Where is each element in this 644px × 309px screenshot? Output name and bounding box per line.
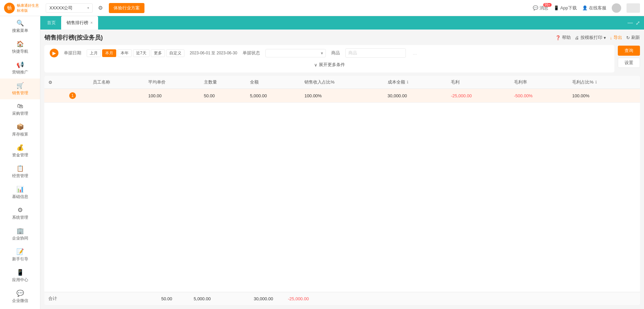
settings-icon[interactable]: ⚙ — [95, 3, 105, 13]
sidebar-item-search-order[interactable]: 🔍 搜索菜单 — [0, 16, 40, 37]
filter-bar: ▶ 单据日期 上月 本月 本年 近7天 更多 自定义 2023-06-01 至 … — [44, 45, 614, 72]
goods-filter-label: 商品 — [331, 50, 340, 56]
tab-bar: 首页 销售排行榜 × — ⤢ — [40, 16, 644, 30]
date-btn-group: 上月 本月 本年 近7天 更多 自定义 — [87, 49, 184, 57]
footer-main-qty: 50.00 — [161, 296, 172, 301]
tab-minimize-icon[interactable]: — — [628, 20, 633, 26]
sidebar-item-enterprise[interactable]: 🏢 企业协同 — [0, 224, 40, 245]
table-empty-space — [44, 103, 640, 292]
sidebar-item-beginner[interactable]: 📝 新手引导 — [0, 245, 40, 265]
user-name-area — [627, 3, 640, 13]
tab-bar-actions: — ⤢ — [628, 20, 643, 26]
row-rank: 1 — [56, 89, 89, 103]
query-btn[interactable]: 查询 — [618, 46, 640, 56]
sidebar-item-label-purchase: 采购管理 — [12, 111, 28, 116]
sidebar-item-label-app-center: 应用中心 — [12, 277, 28, 283]
avatar[interactable] — [612, 3, 621, 13]
sidebar-item-label-system: 系统管理 — [12, 215, 28, 220]
help-btn[interactable]: ❓ 帮助 — [555, 35, 571, 41]
col-amount: 全额 — [246, 76, 300, 89]
date-btn-this-year[interactable]: 本年 — [118, 49, 132, 57]
sidebar-item-label-search: 搜索菜单 — [12, 28, 28, 34]
app-download-label: App下载 — [560, 5, 577, 11]
beginner-icon: 📝 — [16, 248, 24, 255]
sidebar-item-inventory[interactable]: 📦 库存核算 — [0, 120, 40, 141]
refresh-icon: ↻ — [626, 35, 630, 40]
online-support-label: 在线客服 — [589, 5, 606, 11]
app-download-btn[interactable]: 📱 App下载 — [554, 5, 577, 11]
support-icon: 👤 — [582, 5, 588, 10]
trial-btn[interactable]: 体验行业方案 — [109, 3, 144, 13]
sidebar-item-sales[interactable]: 🛒 销售管理 — [0, 79, 40, 99]
status-filter-label: 单据状态 — [243, 50, 260, 56]
top-header: 畅 畅康通好生意 标准版 XXXXX公司 ▾ ⚙ 体验行业方案 💬 消息 99+… — [0, 0, 644, 16]
date-btn-more[interactable]: 更多 — [151, 49, 165, 57]
sidebar-item-label-beginner: 新手引导 — [12, 256, 28, 262]
inventory-icon: 📦 — [16, 123, 24, 131]
footer-gross-profit: -25,000.00 — [288, 296, 309, 301]
status-select[interactable] — [265, 49, 326, 57]
date-btn-7days[interactable]: 近7天 — [133, 49, 149, 57]
finance-icon: 💰 — [16, 144, 24, 151]
row-settings — [44, 89, 56, 103]
filter-expand-arrow[interactable]: ▶ — [50, 49, 58, 57]
date-btn-this-month[interactable]: 本月 — [102, 49, 116, 57]
settings-btn[interactable]: 设置 — [618, 58, 640, 68]
goods-input-wrapper: 商品 — [345, 48, 406, 58]
logo-area: 畅 畅康通好生意 标准版 — [4, 3, 44, 13]
col-sales-pct: 销售收入占比% — [300, 76, 383, 89]
sidebar-item-finance[interactable]: 💰 资金管理 — [0, 141, 40, 161]
page-actions: ❓ 帮助 🖨 按模板打印 ▾ ↓ 导出 ↻ 刷新 — [555, 35, 640, 41]
home-icon: 🏠 — [16, 40, 24, 48]
header-right: 💬 消息 99+ 📱 App下载 👤 在线客服 — [533, 3, 640, 13]
table-header-row: ⚙ 员工名称 平均单价 主数量 全额 销售收入占比% 成本全额 ℹ 毛利 毛利率 — [44, 76, 640, 89]
table-footer: 合计 50.00 5,000.00 30,000.00 -25,000.00 — [44, 292, 640, 305]
sidebar-item-member[interactable]: V 畅会员 — [0, 307, 40, 309]
tab-sales-ranking[interactable]: 销售排行榜 × — [61, 16, 98, 30]
date-btn-last-month[interactable]: 上月 — [87, 49, 101, 57]
footer-amount: 5,000.00 — [194, 296, 211, 301]
table-row: 1 100.00 50.00 5,000.00 100.00% 30,000.0… — [44, 89, 640, 103]
online-support-btn[interactable]: 👤 在线客服 — [582, 5, 606, 11]
tab-home[interactable]: 首页 — [42, 16, 61, 30]
sidebar-item-purchase[interactable]: 🛍 采购管理 — [0, 99, 40, 120]
row-gross-profit: -25,000.00 — [447, 89, 510, 103]
tab-close-icon[interactable]: × — [90, 20, 93, 25]
tab-expand-icon[interactable]: ⤢ — [636, 20, 640, 26]
sidebar-item-label-quick-nav: 快捷导航 — [12, 49, 28, 54]
filter-query-wrapper: ▶ 单据日期 上月 本月 本年 近7天 更多 自定义 2023-06-01 至 … — [44, 45, 640, 72]
sidebar-item-basic-info[interactable]: 📊 基础信息 — [0, 182, 40, 203]
col-employee: 员工名称 — [89, 76, 144, 89]
logo-icon: 畅 — [4, 3, 15, 13]
template-print-btn[interactable]: 🖨 按模板打印 ▾ — [575, 35, 606, 41]
cost-info-icon[interactable]: ℹ — [407, 80, 409, 85]
filter-row-1: ▶ 单据日期 上月 本月 本年 近7天 更多 自定义 2023-06-01 至 … — [50, 48, 609, 58]
date-btn-custom[interactable]: 自定义 — [166, 49, 184, 57]
print-chevron-icon: ▾ — [604, 35, 606, 40]
more-filters-icon[interactable]: … — [413, 51, 417, 56]
status-select-wrapper — [265, 49, 326, 57]
main-layout: 🔍 搜索菜单 🏠 快捷导航 📢 营销推广 🛒 销售管理 🛍 采购管理 📦 库存核… — [0, 16, 644, 309]
refresh-btn[interactable]: ↻ 刷新 — [626, 35, 640, 41]
basic-info-icon: 📊 — [16, 186, 24, 193]
expand-conditions-btn[interactable]: ∨ 展开更多条件 — [314, 62, 345, 68]
system-icon: ⚙ — [17, 206, 23, 214]
date-filter-label: 单据日期 — [64, 50, 81, 56]
col-settings[interactable]: ⚙ — [44, 76, 56, 89]
sidebar-item-operations[interactable]: 📋 经营管理 — [0, 161, 40, 182]
expand-more-row: ∨ 展开更多条件 — [50, 60, 609, 69]
operations-icon: 📋 — [16, 165, 24, 172]
col-main-qty: 主数量 — [200, 76, 246, 89]
download-icon: 📱 — [554, 5, 559, 10]
gross-pct-info-icon[interactable]: ℹ — [595, 80, 597, 85]
sidebar-item-label-basic-info: 基础信息 — [12, 194, 28, 200]
company-selector[interactable]: XXXXX公司 ▾ — [46, 3, 93, 13]
sidebar-item-app-center[interactable]: 📱 应用中心 — [0, 265, 40, 286]
sidebar-item-system[interactable]: ⚙ 系统管理 — [0, 203, 40, 224]
sidebar-item-marketing[interactable]: 📢 营销推广 — [0, 58, 40, 79]
col-rank — [56, 76, 89, 89]
sidebar-item-quick-nav[interactable]: 🏠 快捷导航 — [0, 37, 40, 58]
export-btn[interactable]: ↓ 导出 — [610, 35, 622, 41]
sidebar-item-enterprise-wechat[interactable]: 💬 企业微信 — [0, 286, 40, 307]
message-btn[interactable]: 💬 消息 99+ — [533, 5, 548, 11]
